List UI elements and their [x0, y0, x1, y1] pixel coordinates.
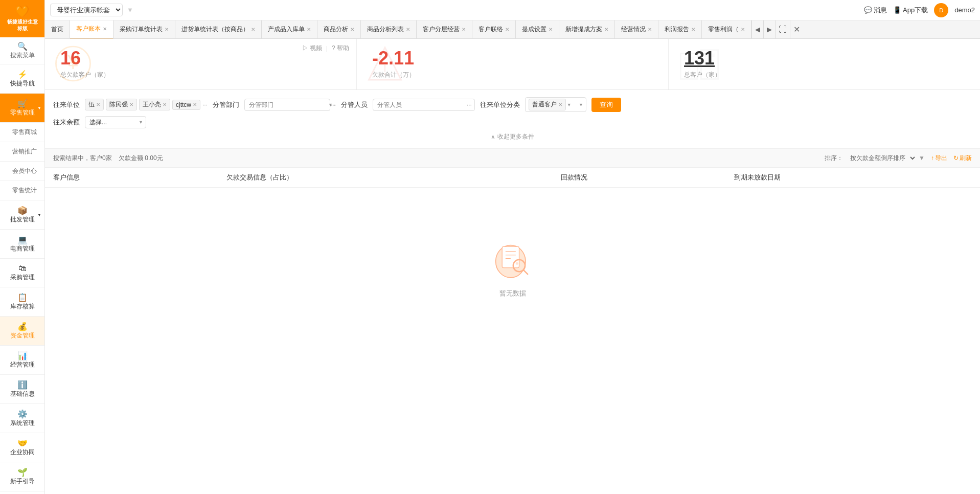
tab-close-icon[interactable]: ✕ — [251, 27, 255, 32]
tag-close-1[interactable]: ✕ — [96, 102, 100, 107]
result-bar: 搜索结果中，客户0家 欠款金额 0.00元 排序： 按欠款金额倒序排序 ▼ ↑ … — [45, 149, 980, 168]
svg-rect-8 — [684, 63, 688, 67]
tab-close-icon[interactable]: ✕ — [741, 27, 745, 32]
tab-customer-ledger[interactable]: 客户账本 ✕ — [70, 20, 113, 39]
app-download-btn[interactable]: 📱 App下载 — [893, 6, 928, 15]
filter-person-input[interactable] — [373, 99, 475, 111]
tab-commission-settings[interactable]: 提成设置 ✕ — [516, 20, 559, 39]
tab-inbound-stats[interactable]: 进货单统计表（按商品） ✕ — [175, 20, 262, 39]
tab-close-icon[interactable]: ✕ — [648, 27, 652, 32]
sidebar-item-member[interactable]: 会员中心 — [0, 162, 44, 181]
sidebar-item-marketing[interactable]: 营销推广 — [0, 142, 44, 162]
filter-unit-type-field[interactable]: 普通客户 ✕ ▼ — [525, 97, 586, 112]
filter-dept-wrap: ··· — [244, 99, 336, 111]
tab-overflow-btn[interactable]: ◀ — [751, 20, 763, 39]
sidebar-item-system[interactable]: ⚙️ 系统管理 — [0, 404, 44, 433]
tab-close-icon[interactable]: ✕ — [103, 26, 107, 32]
tag-close-3[interactable]: ✕ — [163, 102, 167, 107]
tab-purchase-order-stats[interactable]: 采购订单统计表 ✕ — [113, 20, 175, 39]
sidebar-item-purchase[interactable]: 🛍 采购管理 — [0, 259, 44, 287]
sidebar-item-finance[interactable]: 💰 资金管理 — [0, 317, 44, 346]
topbar: 母婴行业演示帐套 ▼ 💬 消息 📱 App下载 D demo2 — [45, 0, 980, 20]
tab-close-icon[interactable]: ✕ — [350, 27, 354, 32]
sidebar-item-retail[interactable]: 🛒 零售管理 ▼ — [0, 94, 44, 123]
stats-bar: ¥ 16 总欠款客户（家） ▷ 视频 | ? 帮助 ! — [45, 39, 980, 90]
tab-profit-report[interactable]: 利润报告 ✕ — [658, 20, 702, 39]
sidebar-item-enterprise[interactable]: 🤝 企业协同 — [0, 433, 44, 462]
tab-close-icon[interactable]: ✕ — [604, 27, 608, 32]
tab-close-icon[interactable]: ✕ — [462, 27, 466, 32]
tab-business-situation[interactable]: 经营情况 ✕ — [615, 20, 658, 39]
filter-dept-input[interactable] — [244, 99, 330, 111]
filter-row-1: 往来单位 伍 ✕ 陈民强 ✕ 王小亮 ✕ cjttcw — [53, 97, 972, 112]
sidebar-item-inventory[interactable]: 📋 库存核算 — [0, 287, 44, 317]
data-table: 客户信息 欠款交易信息（占比） 回款情况 到期未放款日期 — [45, 168, 980, 344]
message-icon: 💬 — [864, 6, 872, 14]
sidebar-item-newbie[interactable]: 🌱 新手引导 — [0, 462, 44, 491]
video-link[interactable]: ▷ 视频 — [302, 44, 322, 53]
topbar-left: 母婴行业演示帐套 ▼ — [50, 4, 133, 16]
sidebar-item-ecommerce[interactable]: 💻 电商管理 — [0, 230, 44, 259]
empty-state: 暂无数据 — [53, 193, 972, 339]
export-icon: ↑ — [931, 154, 934, 162]
tag-close-4[interactable]: ✕ — [193, 102, 197, 107]
sidebar-logo[interactable]: 🧡 畅捷通好生意 标版 — [0, 0, 44, 37]
sidebar-item-wholesale[interactable]: 📦 批发管理 ▼ — [0, 200, 44, 230]
tab-close-icon[interactable]: ✕ — [165, 27, 169, 32]
filter-more-btn[interactable]: ··· — [202, 101, 208, 108]
sort-select[interactable]: 按欠款金额倒序排序 — [845, 153, 917, 163]
tab-product-inbound[interactable]: 产成品入库单 ✕ — [262, 20, 317, 39]
tab-home[interactable]: 首页 — [45, 20, 70, 39]
tab-close-all-btn[interactable]: ✕ — [790, 20, 803, 39]
collapse-area: ∧ 收起更多条件 — [53, 132, 972, 141]
sidebar-item-basic-info[interactable]: ℹ️ 基础信息 — [0, 375, 44, 404]
sidebar-item-retail-mall[interactable]: 零售商城 — [0, 123, 44, 142]
export-button[interactable]: ↑ 导出 — [931, 154, 947, 163]
sidebar-item-operation[interactable]: 📊 经营管理 — [0, 346, 44, 375]
tab-retail-profit[interactable]: 零售利润（ ✕ — [702, 20, 751, 39]
tab-close-icon[interactable]: ✕ — [549, 27, 553, 32]
account-selector[interactable]: 母婴行业演示帐套 — [50, 4, 123, 16]
sidebar-item-retail-stats[interactable]: 零售统计 — [0, 181, 44, 200]
tag-close-2[interactable]: ✕ — [129, 102, 133, 107]
sidebar-item-search[interactable]: 🔍 搜索菜单 — [0, 37, 44, 64]
tag-close-type[interactable]: ✕ — [558, 102, 562, 107]
collapse-button[interactable]: ∧ 收起更多条件 — [491, 132, 534, 141]
main-area: 母婴行业演示帐套 ▼ 💬 消息 📱 App下载 D demo2 首页 客户账本 … — [45, 0, 980, 494]
svg-rect-5 — [701, 50, 718, 79]
tab-product-analysis-list[interactable]: 商品分析列表 ✕ — [361, 20, 417, 39]
avatar[interactable]: D — [934, 3, 948, 17]
help-link[interactable]: ? 帮助 — [332, 44, 349, 53]
query-button[interactable]: 查询 — [591, 98, 621, 112]
filter-unit-type-label: 往来单位分类 — [480, 100, 520, 109]
tab-close-icon[interactable]: ✕ — [307, 27, 311, 32]
tab-close-icon[interactable]: ✕ — [406, 27, 410, 32]
tabbar: 首页 客户账本 ✕ 采购订单统计表 ✕ 进货单统计表（按商品） ✕ 产成品入库单… — [45, 20, 980, 39]
result-bar-right: 排序： 按欠款金额倒序排序 ▼ ↑ 导出 ↻ 刷新 — [825, 153, 972, 163]
sort-chevron-icon: ▼ — [919, 154, 925, 162]
username-label[interactable]: demo2 — [954, 6, 975, 14]
refresh-icon: ↻ — [953, 154, 959, 162]
tab-close-icon[interactable]: ✕ — [691, 27, 695, 32]
tab-forward-btn[interactable]: ▶ — [763, 20, 775, 39]
tab-add-commission[interactable]: 新增提成方案 ✕ — [559, 20, 615, 39]
filter-tag-type: 普通客户 ✕ — [529, 99, 566, 110]
sort-area: 排序： 按欠款金额倒序排序 ▼ — [825, 153, 925, 163]
tab-product-analysis[interactable]: 商品分析 ✕ — [317, 20, 361, 39]
sidebar-item-quick-nav[interactable]: ⚡ 快捷导航 — [0, 64, 44, 94]
tab-close-icon[interactable]: ✕ — [505, 27, 509, 32]
tab-customer-tier[interactable]: 客户分层经营 ✕ — [417, 20, 472, 39]
tab-expand-btn[interactable]: ⛶ — [775, 20, 790, 39]
filter-dept-dots[interactable]: ··· — [330, 101, 336, 108]
filter-balance-select[interactable]: 选择... — [85, 116, 146, 128]
filter-person-dots[interactable]: ··· — [467, 101, 472, 108]
filter-person-wrap: ··· — [373, 99, 475, 111]
table-empty-row: 暂无数据 — [45, 188, 980, 345]
collapse-icon: ∧ — [491, 133, 495, 141]
stat-total-arrear-customers: ¥ 16 总欠款客户（家） ▷ 视频 | ? 帮助 — [45, 39, 357, 89]
refresh-button[interactable]: ↻ 刷新 — [953, 154, 972, 163]
message-btn[interactable]: 💬 消息 — [864, 6, 887, 15]
tab-customer-contact[interactable]: 客户联络 ✕ — [472, 20, 516, 39]
sidebar-item-app-center[interactable]: 🔧 应用中心 — [0, 491, 44, 494]
logo-sub: 标版 — [3, 25, 41, 32]
